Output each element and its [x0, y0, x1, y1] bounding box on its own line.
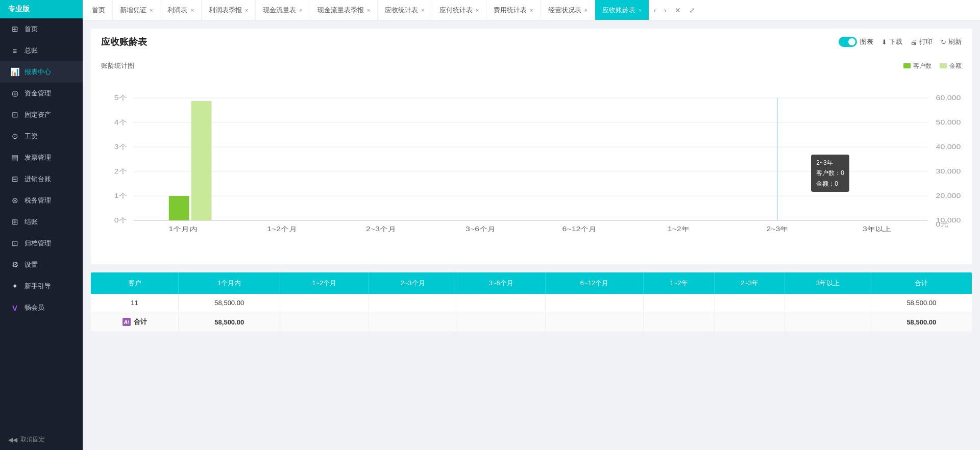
col-m3-6: 3~6个月 — [457, 272, 545, 294]
guide-icon: ✦ — [10, 282, 19, 291]
tab-close-icon[interactable]: × — [190, 7, 193, 13]
tab-label: 应付统计表 — [439, 6, 473, 15]
legend-color-customers — [903, 63, 911, 68]
tab-receivable-stats[interactable]: 应收统计表 × — [378, 0, 432, 20]
sidebar-item-home[interactable]: ⊞ 首页 — [0, 18, 83, 40]
col-y2-3: 2~3年 — [714, 272, 785, 294]
sidebar-item-label: 税务管理 — [24, 196, 51, 205]
sidebar-item-vip[interactable]: V 畅会员 — [0, 297, 83, 318]
cell-m1-2 — [280, 294, 369, 312]
tab-close-icon[interactable]: × — [367, 7, 370, 13]
sidebar-item-label: 固定资产 — [24, 110, 51, 119]
sidebar-item-label: 资金管理 — [24, 89, 51, 98]
sidebar-item-label: 工资 — [24, 132, 38, 141]
sidebar-collapse-btn[interactable]: ◀◀ 取消固定 — [0, 429, 83, 450]
purchase-sales-icon: ⊟ — [10, 174, 19, 184]
legend-amount: 金额 — [940, 62, 962, 70]
tab-cashflow[interactable]: 现金流量表 × — [256, 0, 310, 20]
sidebar-item-guide[interactable]: ✦ 新手引导 — [0, 276, 83, 297]
col-m6-12: 6~12个月 — [545, 272, 643, 294]
svg-text:50,000.00元: 50,000.00元 — [936, 119, 962, 126]
total-label-wrap: Ai 合计 — [95, 317, 174, 327]
table-row: 11 58,500.00 58,500.00 — [91, 294, 972, 312]
sidebar-item-ledger[interactable]: ≡ 总账 — [0, 40, 83, 61]
total-m6-12 — [545, 312, 643, 332]
collapse-icon: ◀◀ — [8, 436, 17, 443]
tab-close-icon[interactable]: × — [299, 7, 302, 13]
settings-icon: ⚙ — [10, 260, 19, 269]
tab-close-icon[interactable]: × — [530, 7, 533, 13]
bar-amount-0[interactable] — [191, 101, 212, 220]
legend-color-amount — [940, 63, 947, 68]
reports-icon: 📊 — [10, 67, 19, 77]
total-y1-2 — [644, 312, 715, 332]
tab-close-icon[interactable]: × — [584, 7, 587, 13]
tab-label: 利润表季报 — [209, 6, 242, 15]
tab-next-btn[interactable]: › — [660, 0, 671, 20]
total-m1-2 — [280, 312, 369, 332]
print-btn[interactable]: 🖨 打印 — [911, 37, 933, 46]
tab-close-icon[interactable]: × — [150, 7, 153, 13]
sidebar-item-settings[interactable]: ⚙ 设置 — [0, 254, 83, 276]
tab-label: 经营状况表 — [548, 6, 581, 15]
sidebar-item-archive[interactable]: ⊡ 归档管理 — [0, 233, 83, 254]
tab-receivable-aging[interactable]: 应收账龄表 × — [595, 0, 649, 20]
tab-label: 首页 — [92, 6, 105, 15]
sidebar: 专业版 ⊞ 首页 ≡ 总账 📊 报表中心 ◎ 资金管理 ⊡ 固定资产 ⊙ 工资 … — [0, 0, 83, 450]
tab-business-status[interactable]: 经营状况表 × — [541, 0, 595, 20]
sidebar-item-invoice[interactable]: ▤ 发票管理 — [0, 147, 83, 168]
chart-header: 账龄统计图 客户数 金额 — [101, 61, 962, 70]
collapse-label: 取消固定 — [20, 435, 45, 444]
tab-label: 应收统计表 — [385, 6, 418, 15]
download-btn[interactable]: ⬇ 下载 — [881, 37, 902, 46]
sidebar-item-funds[interactable]: ◎ 资金管理 — [0, 83, 83, 104]
cell-m2-3 — [369, 294, 457, 312]
sidebar-item-label: 新手引导 — [24, 282, 51, 291]
tab-close-icon[interactable]: × — [245, 7, 248, 13]
col-m1-2: 1~2个月 — [280, 272, 369, 294]
salary-icon: ⊙ — [10, 132, 19, 141]
total-total: 58,500.00 — [871, 312, 972, 332]
svg-text:20,000.00元: 20,000.00元 — [936, 192, 962, 199]
page-header: 应收账龄表 图表 ⬇ 下载 🖨 打印 ↻ 刷新 — [91, 29, 972, 53]
sidebar-item-tax[interactable]: ⊛ 税务管理 — [0, 190, 83, 211]
tab-expense-stats[interactable]: 费用统计表 × — [486, 0, 541, 20]
table-container: 客户 1个月内 1~2个月 2~3个月 3~6个月 6~12个月 1~2年 2~… — [91, 272, 972, 332]
svg-text:2个: 2个 — [114, 168, 127, 175]
page-title: 应收账龄表 — [101, 36, 147, 48]
archive-icon: ⊡ — [10, 239, 19, 248]
data-table: 客户 1个月内 1~2个月 2~3个月 3~6个月 6~12个月 1~2年 2~… — [91, 272, 972, 332]
tab-profit[interactable]: 利润表 × — [160, 0, 201, 20]
tab-profit-quarterly[interactable]: 利润表季报 × — [202, 0, 256, 20]
sidebar-item-purchase-sales[interactable]: ⊟ 进销台账 — [0, 168, 83, 190]
tab-new-voucher[interactable]: 新增凭证 × — [113, 0, 160, 20]
legend-label-customers: 客户数 — [913, 62, 932, 70]
print-icon: 🖨 — [911, 38, 917, 46]
tab-prev-btn[interactable]: ‹ — [649, 0, 660, 20]
cell-m1: 58,500.00 — [179, 294, 280, 312]
tab-close-all-btn[interactable]: ✕ — [671, 0, 685, 20]
chart-toggle[interactable] — [839, 37, 857, 47]
tab-expand-btn[interactable]: ⤢ — [685, 0, 699, 20]
col-m1: 1个月内 — [179, 272, 280, 294]
sidebar-item-salary[interactable]: ⊙ 工资 — [0, 126, 83, 147]
tab-home[interactable]: 首页 — [85, 0, 113, 20]
tab-payable-stats[interactable]: 应付统计表 × — [432, 0, 486, 20]
tab-label: 新增凭证 — [120, 6, 146, 15]
tab-cashflow-quarterly[interactable]: 现金流量表季报 × — [310, 0, 378, 20]
chart-svg: 5个 4个 3个 2个 1个 0个 60,000.00元 50,000.00元 … — [101, 76, 962, 259]
tab-close-icon[interactable]: × — [476, 7, 479, 13]
total-icon: Ai — [122, 318, 131, 326]
sidebar-item-reports[interactable]: 📊 报表中心 — [0, 61, 83, 83]
bar-customers-0[interactable] — [169, 196, 189, 220]
table-header-row: 客户 1个月内 1~2个月 2~3个月 3~6个月 6~12个月 1~2年 2~… — [91, 272, 972, 294]
sidebar-item-closing[interactable]: ⊞ 结账 — [0, 211, 83, 233]
tab-close-icon[interactable]: × — [421, 7, 424, 13]
sidebar-item-label: 发票管理 — [24, 153, 51, 162]
total-m1: 58,500.00 — [179, 312, 280, 332]
svg-text:60,000.00元: 60,000.00元 — [936, 94, 962, 102]
sidebar-item-fixed-assets[interactable]: ⊡ 固定资产 — [0, 104, 83, 126]
ledger-icon: ≡ — [10, 46, 19, 55]
refresh-btn[interactable]: ↻ 刷新 — [941, 37, 962, 46]
tab-close-icon[interactable]: × — [639, 7, 642, 13]
